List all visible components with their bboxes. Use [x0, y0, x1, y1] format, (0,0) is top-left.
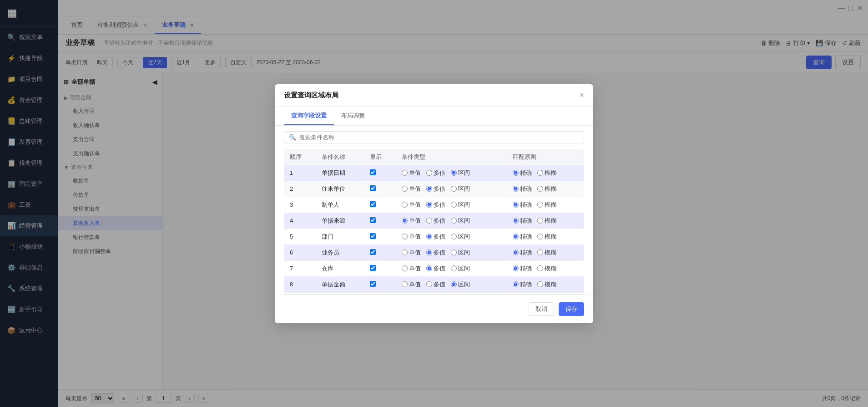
radio-single[interactable]: 单值: [402, 217, 421, 225]
radio-multi[interactable]: 多值: [426, 185, 445, 193]
cell-type: 单值多值区间: [396, 197, 507, 213]
cell-name: 业务员: [316, 244, 364, 260]
show-checkbox[interactable]: [370, 265, 376, 271]
config-table-container: 顺序 条件名称 显示 条件类型 匹配原则 1单据日期单值多值区间精确模糊2往来单…: [284, 149, 584, 295]
radio-single[interactable]: 单值: [402, 280, 421, 289]
col-show: 显示: [364, 149, 396, 165]
modal-tabs: 查询字段设置 布局调整: [275, 107, 593, 126]
radio-multi[interactable]: 多值: [426, 265, 445, 273]
show-checkbox[interactable]: [370, 233, 376, 239]
show-checkbox[interactable]: [370, 217, 376, 223]
cell-type: 单值多值区间: [396, 181, 507, 197]
table-row: 3制单人单值多值区间精确模糊: [284, 197, 584, 213]
radio-exact[interactable]: 精确: [513, 185, 532, 193]
cell-name: 往来单位: [316, 181, 364, 197]
radio-range[interactable]: 区间: [451, 249, 470, 257]
modal-tab-layout[interactable]: 布局调整: [334, 107, 372, 125]
cell-name: 制单人: [316, 197, 364, 213]
radio-multi[interactable]: 多值: [426, 249, 445, 257]
config-table: 顺序 条件名称 显示 条件类型 匹配原则 1单据日期单值多值区间精确模糊2往来单…: [284, 149, 584, 295]
col-type: 条件类型: [396, 149, 507, 165]
radio-multi[interactable]: 多值: [426, 280, 445, 289]
radio-single[interactable]: 单值: [402, 249, 421, 257]
show-checkbox[interactable]: [370, 201, 376, 207]
modal-title: 设置查询区域布局: [284, 91, 338, 100]
radio-fuzzy[interactable]: 模糊: [537, 249, 556, 257]
radio-exact[interactable]: 精确: [513, 233, 532, 241]
radio-fuzzy[interactable]: 模糊: [537, 233, 556, 241]
radio-single[interactable]: 单值: [402, 169, 421, 177]
show-checkbox[interactable]: [370, 169, 376, 175]
radio-multi[interactable]: 多值: [426, 201, 445, 209]
cell-show: [364, 213, 396, 229]
radio-exact[interactable]: 精确: [513, 249, 532, 257]
search-box: 🔍: [284, 131, 584, 143]
cell-show: [364, 165, 396, 181]
radio-fuzzy[interactable]: 模糊: [537, 217, 556, 225]
radio-exact[interactable]: 精确: [513, 280, 532, 289]
cell-match: 精确模糊: [507, 213, 584, 229]
table-row: 1单据日期单值多值区间精确模糊: [284, 165, 584, 181]
cell-type: 单值多值区间: [396, 165, 507, 181]
radio-range[interactable]: 区间: [451, 233, 470, 241]
search-input[interactable]: [299, 134, 579, 141]
radio-multi[interactable]: 多值: [426, 233, 445, 241]
table-row: 8单据金额单值多值区间精确模糊: [284, 276, 584, 292]
radio-range[interactable]: 区间: [451, 185, 470, 193]
cell-match: 精确模糊: [507, 165, 584, 181]
cell-order: 7: [284, 260, 316, 276]
cancel-button[interactable]: 取消: [529, 302, 554, 316]
table-row: 6业务员单值多值区间精确模糊: [284, 244, 584, 260]
radio-range[interactable]: 区间: [451, 217, 470, 225]
radio-multi[interactable]: 多值: [426, 169, 445, 177]
cell-match: 精确模糊: [507, 260, 584, 276]
table-row: 2往来单位单值多值区间精确模糊: [284, 181, 584, 197]
modal-overlay: 设置查询区域布局 × 查询字段设置 布局调整 🔍 顺序 条件名称: [0, 0, 868, 407]
modal-header: 设置查询区域布局 ×: [275, 84, 593, 107]
cell-match: 精确模糊: [507, 197, 584, 213]
table-row: 7仓库单值多值区间精确模糊: [284, 260, 584, 276]
modal-close-button[interactable]: ×: [579, 91, 584, 100]
cell-match: 精确模糊: [507, 181, 584, 197]
cell-order: 5: [284, 229, 316, 244]
radio-range[interactable]: 区间: [451, 280, 470, 289]
radio-exact[interactable]: 精确: [513, 217, 532, 225]
modal-tab-query-field[interactable]: 查询字段设置: [284, 107, 334, 125]
radio-fuzzy[interactable]: 模糊: [537, 280, 556, 289]
radio-fuzzy[interactable]: 模糊: [537, 185, 556, 193]
cell-type: 单值多值区间: [396, 244, 507, 260]
col-order: 顺序: [284, 149, 316, 165]
cell-order: 2: [284, 181, 316, 197]
cell-name: 单据来源: [316, 213, 364, 229]
modal-dialog: 设置查询区域布局 × 查询字段设置 布局调整 🔍 顺序 条件名称: [275, 84, 593, 323]
cell-show: [364, 244, 396, 260]
radio-fuzzy[interactable]: 模糊: [537, 201, 556, 209]
cell-order: 1: [284, 165, 316, 181]
radio-fuzzy[interactable]: 模糊: [537, 265, 556, 273]
radio-single[interactable]: 单值: [402, 185, 421, 193]
radio-multi[interactable]: 多值: [426, 217, 445, 225]
show-checkbox[interactable]: [370, 281, 376, 287]
show-checkbox[interactable]: [370, 249, 376, 255]
cell-match: 精确模糊: [507, 244, 584, 260]
radio-fuzzy[interactable]: 模糊: [537, 169, 556, 177]
radio-single[interactable]: 单值: [402, 201, 421, 209]
radio-single[interactable]: 单值: [402, 265, 421, 273]
radio-range[interactable]: 区间: [451, 169, 470, 177]
cell-order: 3: [284, 197, 316, 213]
radio-single[interactable]: 单值: [402, 233, 421, 241]
cell-show: [364, 197, 396, 213]
cell-show: [364, 229, 396, 244]
radio-exact[interactable]: 精确: [513, 265, 532, 273]
col-name: 条件名称: [316, 149, 364, 165]
radio-range[interactable]: 区间: [451, 201, 470, 209]
cell-type: 单值多值区间: [396, 213, 507, 229]
show-checkbox[interactable]: [370, 185, 376, 191]
modal-save-button[interactable]: 保存: [559, 302, 584, 316]
cell-show: [364, 181, 396, 197]
radio-range[interactable]: 区间: [451, 265, 470, 273]
radio-exact[interactable]: 精确: [513, 169, 532, 177]
radio-exact[interactable]: 精确: [513, 201, 532, 209]
cell-type: 单值多值区间: [396, 229, 507, 244]
search-icon: 🔍: [289, 134, 296, 141]
